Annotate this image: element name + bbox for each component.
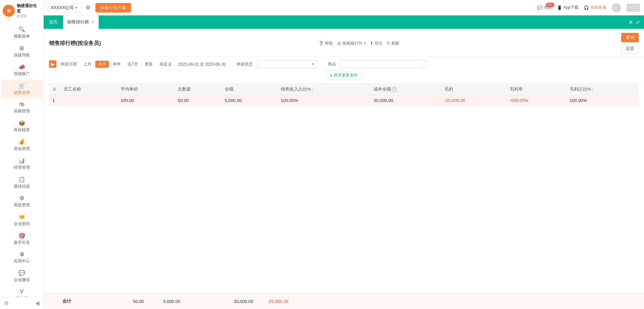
sidebar-label-sales: 销售管理 <box>14 90 30 96</box>
sidebar-item-apps[interactable]: 🖥应用中心 <box>1 249 42 267</box>
page-header: 销售排行榜(按业务员) ❓ 帮助 🖨 按模板打印 ▾ ⬇ 导出 ↻ 刷新 <box>44 29 644 57</box>
status-select[interactable]: ▾ <box>257 60 317 68</box>
sidebar-label-operation: 经营管理 <box>14 165 30 170</box>
cost-help-icon[interactable]: ? <box>392 87 397 92</box>
date-range-display: 2023-06-01 至 2023-06-30 <box>178 62 226 67</box>
th-profit_rate: 毛利率 <box>506 84 566 95</box>
sidebar-item-wechat[interactable]: 💬企业微信 <box>1 267 42 286</box>
settings-table-button[interactable]: 设置 <box>621 44 639 54</box>
th-qty: 主数量 <box>174 84 221 95</box>
td-profit_rate-0: -500.00% <box>506 95 566 106</box>
content-area: 销售排行榜(按业务员) ❓ 帮助 🖨 按模板打印 ▾ ⬇ 导出 ↻ 刷新 <box>44 29 644 309</box>
sidebar-item-member[interactable]: V畅会员 <box>1 286 42 297</box>
question-icon: ❓ <box>318 41 324 46</box>
page-title: 销售排行榜(按业务员) <box>49 40 101 47</box>
headset-icon: 🎧 <box>584 5 589 10</box>
user-avatar[interactable] <box>612 3 621 12</box>
footer-cost: 30,000.00 <box>230 297 264 306</box>
date-tab-更多[interactable]: 更多 <box>142 61 156 68</box>
filter-collapse-button[interactable]: ▶ <box>49 60 56 68</box>
sidebar-icon-collab: 🤝 <box>18 214 25 220</box>
user-name-display <box>627 4 640 12</box>
query-button[interactable]: 查询 <box>621 33 639 42</box>
footer-label: 合计 <box>59 296 99 306</box>
footer-profit: -25,000.00 <box>264 297 298 306</box>
help-button[interactable]: ❓ 帮助 <box>318 41 333 46</box>
filter-expand-row: ▾ 展开更多条件 <box>49 71 639 80</box>
footer-profit-pct <box>331 299 365 303</box>
print-button[interactable]: 🖨 按模板打印 ▾ <box>337 41 366 46</box>
sidebar-icon-wechat: 💬 <box>18 270 25 276</box>
sidebar-label-basic: 基础信息 <box>14 184 30 189</box>
table-row: 1100.0050.005,000.00100.00%30,000.00-25,… <box>49 95 639 106</box>
sidebar-item-purchase[interactable]: 🛍采购管理 <box>1 99 42 117</box>
chevron-down-icon: ▾ <box>75 5 78 10</box>
th-cost: 成本全额? <box>370 84 441 95</box>
tab-home[interactable]: 首页 <box>44 15 63 29</box>
sidebar-item-marketing[interactable]: 📣营销推广 <box>1 61 42 80</box>
sidebar-item-operation[interactable]: 📊经营管理 <box>1 155 42 173</box>
company-selector[interactable]: XXXXX公司 ▾ <box>48 3 81 12</box>
online-service-button[interactable]: 🎧 在线客服 <box>584 5 606 10</box>
sales-rank-table: ⚙员工名称平均单价主数量全额销售收入占比%↕成本全额?毛利毛利率毛利占比%↕ 1… <box>49 84 639 106</box>
logo-sub: 标准版 <box>17 14 41 18</box>
status-select-arrow: ▾ <box>312 62 314 66</box>
app-download-button[interactable]: 📱 App下载 <box>557 5 578 10</box>
expand-conditions-button[interactable]: ▾ 展开更多条件 <box>326 71 362 80</box>
date-tabs: 上月本月本年近7天更多自定义 <box>81 61 174 68</box>
sidebar-item-inventory[interactable]: 📦库存核算 <box>1 117 42 136</box>
sidebar-label-inventory: 库存核算 <box>14 127 30 133</box>
td-sales_pct-0: 100.00% <box>277 95 371 106</box>
td-name-0 <box>60 95 117 106</box>
table-footer: 合计 50.00 5,000.00 30,000.00 -25,000.00 <box>44 293 644 309</box>
th-amount: 全额 <box>221 84 277 95</box>
sidebar-item-finance[interactable]: 💰资金管理 <box>1 136 42 154</box>
date-tab-近7天[interactable]: 近7天 <box>125 61 141 68</box>
sidebar-item-search[interactable]: 🔍搜索菜单 <box>1 23 42 42</box>
phone-icon: 📱 <box>557 5 562 10</box>
message-button[interactable]: 💬 消息 99+ <box>537 5 552 10</box>
date-tab-本月[interactable]: 本月 <box>95 61 109 68</box>
collapse-icon[interactable]: ◀ <box>35 300 39 306</box>
tabbar: 首页 销售排行榜 ✕ ✕ ⤢ <box>44 15 644 29</box>
filter-area: ▶ 单据日期 上月本月本年近7天更多自定义 2023-06-01 至 2023-… <box>44 57 644 84</box>
tab-close-all-icon[interactable]: ✕ <box>629 19 633 25</box>
sidebar-item-sales[interactable]: 🛒销售管理 <box>1 80 42 98</box>
sidebar-item-shortcut[interactable]: ⊞快捷导航 <box>1 42 42 61</box>
svg-text:畅: 畅 <box>7 9 10 13</box>
settings-icon[interactable]: ⚙ <box>4 300 9 306</box>
export-icon: ⬇ <box>370 41 373 46</box>
sales_pct-sort-icon[interactable]: ↕ <box>311 87 313 91</box>
sidebar-icon-guide: 🎯 <box>18 233 25 239</box>
th-profit: 毛利 <box>441 84 506 95</box>
th-rank: ⚙ <box>49 84 60 95</box>
td-rank-0: 1 <box>49 95 60 106</box>
logo-main: 畅捷通好生意 <box>17 3 41 14</box>
column-settings-icon[interactable]: ⚙ <box>52 87 57 92</box>
footer-qty: 50.00 <box>130 297 160 306</box>
sidebar-icon-operation: 📊 <box>18 157 25 164</box>
trial-button[interactable]: 体验行业方案 <box>95 3 131 12</box>
sidebar-icon-shortcut: ⊞ <box>19 45 24 51</box>
goods-label: 商品 <box>328 61 336 67</box>
date-tab-自定义[interactable]: 自定义 <box>157 61 174 68</box>
status-label: 单据状态 <box>237 61 253 67</box>
tab-expand-icon[interactable]: ⤢ <box>636 19 640 25</box>
sidebar-item-basic[interactable]: 📋基础信息 <box>1 173 42 192</box>
sidebar-item-guide[interactable]: 🎯新手引导 <box>1 230 42 248</box>
tab-sales-rank[interactable]: 销售排行榜 ✕ <box>63 15 99 29</box>
sidebar-item-system[interactable]: ⚙系统管理 <box>1 192 42 211</box>
logo-area: 畅 畅捷通好生意 标准版 <box>0 0 43 22</box>
sidebar-label-search: 搜索菜单 <box>14 34 30 39</box>
refresh-button[interactable]: ↻ 刷新 <box>387 41 399 46</box>
date-tab-本年[interactable]: 本年 <box>110 61 124 68</box>
profit_pct-sort-icon[interactable]: ↕ <box>592 87 594 91</box>
sidebar-label-purchase: 采购管理 <box>14 108 30 114</box>
tab-close-icon[interactable]: ✕ <box>91 20 94 24</box>
th-name: 员工名称 <box>60 84 117 95</box>
topbar-settings-icon[interactable]: ⚙ <box>83 3 93 12</box>
sidebar-item-collab[interactable]: 🤝企业协同 <box>1 211 42 229</box>
goods-input[interactable]: ··· <box>340 60 427 68</box>
date-tab-上月[interactable]: 上月 <box>81 61 94 68</box>
export-button[interactable]: ⬇ 导出 <box>370 41 383 46</box>
